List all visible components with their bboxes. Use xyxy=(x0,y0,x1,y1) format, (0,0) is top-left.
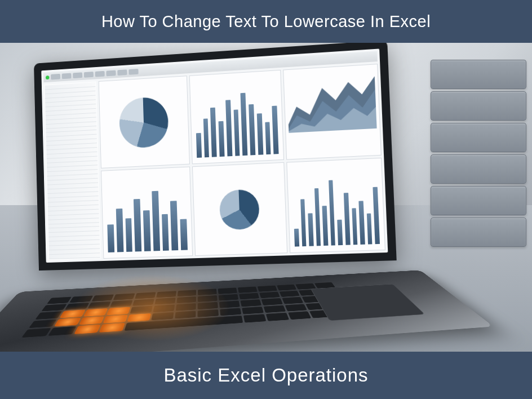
bar-chart-icon xyxy=(189,70,284,164)
page-title: How To Change Text To Lowercase In Excel xyxy=(101,12,431,31)
page-subtitle: Basic Excel Operations xyxy=(163,365,368,386)
header-banner: How To Change Text To Lowercase In Excel xyxy=(0,0,532,43)
area-chart-icon xyxy=(283,64,382,159)
bar-chart-icon xyxy=(286,158,385,253)
laptop-keyboard xyxy=(21,282,356,338)
bar-chart-icon xyxy=(101,166,193,259)
laptop-trackpad xyxy=(311,284,425,321)
window-dot-icon xyxy=(46,76,50,79)
pie-chart-icon xyxy=(192,162,287,256)
pie-chart-icon xyxy=(99,76,190,169)
laptop-screen-bezel xyxy=(34,43,397,271)
hero-photo xyxy=(0,43,532,352)
laptop-base xyxy=(0,270,494,352)
footer-banner: Basic Excel Operations xyxy=(0,352,532,399)
excel-dashboard xyxy=(41,48,388,263)
spreadsheet-rows xyxy=(44,81,101,260)
laptop xyxy=(6,51,468,344)
